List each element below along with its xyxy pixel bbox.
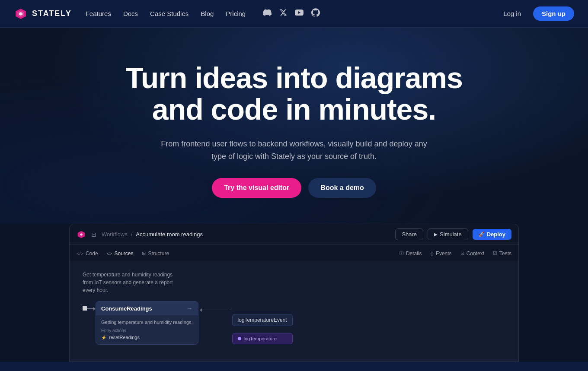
toolbar-context[interactable]: ⊡ Context — [460, 251, 484, 257]
editor-logo-icon — [77, 230, 86, 239]
action-node-label: logTemperature — [244, 336, 277, 341]
try-editor-button[interactable]: Try the visual editor — [212, 178, 301, 198]
rocket-icon: 🚀 — [479, 231, 485, 237]
logo-link[interactable]: STATELY — [14, 7, 72, 21]
editor-breadcrumb: Workflows / Accumulate room readings — [102, 231, 203, 238]
hero-section: Turn ideas into diagrams and code in min… — [0, 28, 588, 224]
brand-name: STATELY — [32, 9, 72, 18]
signup-button[interactable]: Sign up — [533, 6, 574, 21]
editor-subtoolbar-right: ⓘ Details {} Events ⊡ Context ☑ Tests — [399, 250, 511, 257]
state-node-title: ConsumeReadings — [101, 305, 152, 312]
code-icon: </> — [77, 251, 83, 256]
action-dot — [238, 337, 241, 340]
right-panel: logTemperatureEvent logTemperature — [232, 314, 293, 344]
toolbar-tests[interactable]: ☑ Tests — [493, 251, 511, 257]
nav-blog[interactable]: Blog — [201, 10, 214, 17]
hero-headline: Turn ideas into diagrams and code in min… — [125, 62, 463, 126]
editor-share-button[interactable]: Share — [395, 228, 423, 240]
state-node-description: Getting temperature and humidity reading… — [101, 320, 193, 325]
editor-subtoolbar-left: </> Code <> Sources ⊞ Structure — [77, 251, 169, 257]
state-node-arrow-icon: → — [187, 305, 193, 312]
entry-actions-label: Entry actions — [101, 328, 193, 333]
toolbar-sources[interactable]: <> Sources — [107, 251, 134, 257]
state-node-body: Getting temperature and humidity reading… — [96, 315, 198, 344]
hero-subtext: From frontend user flows to backend work… — [156, 138, 432, 163]
hero-buttons: Try the visual editor Book a demo — [212, 178, 376, 198]
editor-topbar-left: ⊟ Workflows / Accumulate room readings — [77, 230, 203, 239]
nav-social — [263, 8, 320, 19]
nav-docs[interactable]: Docs — [123, 10, 138, 17]
entry-action-name: resetReadings — [109, 335, 140, 340]
action-node: logTemperature — [232, 333, 293, 344]
toolbar-structure[interactable]: ⊞ Structure — [142, 251, 169, 257]
twitter-icon — [279, 9, 287, 19]
youtube-link[interactable] — [295, 8, 304, 19]
event-node: logTemperatureEvent — [232, 314, 293, 326]
editor-workspace-icon: ⊟ — [91, 231, 96, 238]
editor-subtoolbar: </> Code <> Sources ⊞ Structure ⓘ Detail… — [70, 245, 518, 262]
toolbar-code[interactable]: </> Code — [77, 251, 98, 257]
youtube-icon — [295, 8, 304, 19]
breadcrumb-separator: / — [131, 231, 133, 238]
editor-canvas: Get temperature and humidity readings fr… — [70, 262, 518, 361]
editor-deploy-button[interactable]: 🚀 Deploy — [473, 229, 511, 240]
transition-arrow — [200, 310, 230, 310]
login-button[interactable]: Log in — [498, 6, 526, 21]
entry-action-item: ⚡ resetReadings — [101, 335, 193, 340]
hero-headline-line2: and code in minutes. — [152, 93, 436, 126]
nav-links: Features Docs Case Studies Blog Pricing — [86, 10, 246, 17]
state-node-header: ConsumeReadings → — [96, 301, 198, 315]
toolbar-events[interactable]: {} Events — [431, 251, 452, 257]
nav-right: Log in Sign up — [498, 6, 574, 21]
github-icon — [311, 8, 320, 19]
navbar: STATELY Features Docs Case Studies Blog … — [0, 0, 588, 28]
state-node-consume-readings: ConsumeReadings → Getting temperature an… — [96, 301, 198, 345]
editor-simulate-button[interactable]: ▶ Simulate — [428, 228, 468, 240]
nav-case-studies[interactable]: Case Studies — [150, 10, 189, 17]
nav-pricing[interactable]: Pricing — [226, 10, 246, 17]
context-icon: ⊡ — [460, 251, 464, 256]
info-icon: ⓘ — [399, 250, 404, 257]
canvas-description: Get temperature and humidity readings fr… — [83, 271, 178, 294]
play-icon: ▶ — [434, 232, 438, 237]
struct-icon: ⊞ — [142, 251, 146, 256]
book-demo-button[interactable]: Book a demo — [308, 178, 376, 198]
canvas-diagram: ConsumeReadings → Getting temperature an… — [83, 301, 505, 345]
test-icon: ☑ — [493, 251, 497, 256]
initial-state-dot — [83, 306, 87, 311]
event-icon: {} — [431, 251, 434, 256]
bolt-icon: ⚡ — [101, 335, 106, 340]
twitter-link[interactable] — [279, 9, 287, 19]
branch-icon: <> — [107, 251, 112, 256]
breadcrumb-document: Accumulate room readings — [136, 231, 203, 238]
discord-icon — [263, 8, 272, 19]
stately-logo-icon — [14, 7, 28, 21]
nav-left: STATELY Features Docs Case Studies Blog … — [14, 7, 320, 21]
discord-link[interactable] — [263, 8, 272, 19]
editor-preview: ⊟ Workflows / Accumulate room readings S… — [69, 224, 519, 362]
nav-features[interactable]: Features — [86, 10, 111, 17]
toolbar-details[interactable]: ⓘ Details — [399, 250, 422, 257]
breadcrumb-workspace: Workflows — [102, 231, 128, 238]
editor-topbar: ⊟ Workflows / Accumulate room readings S… — [70, 224, 518, 245]
hero-headline-line1: Turn ideas into diagrams — [125, 61, 463, 94]
github-link[interactable] — [311, 8, 320, 19]
editor-topbar-right: Share ▶ Simulate 🚀 Deploy — [395, 228, 511, 240]
